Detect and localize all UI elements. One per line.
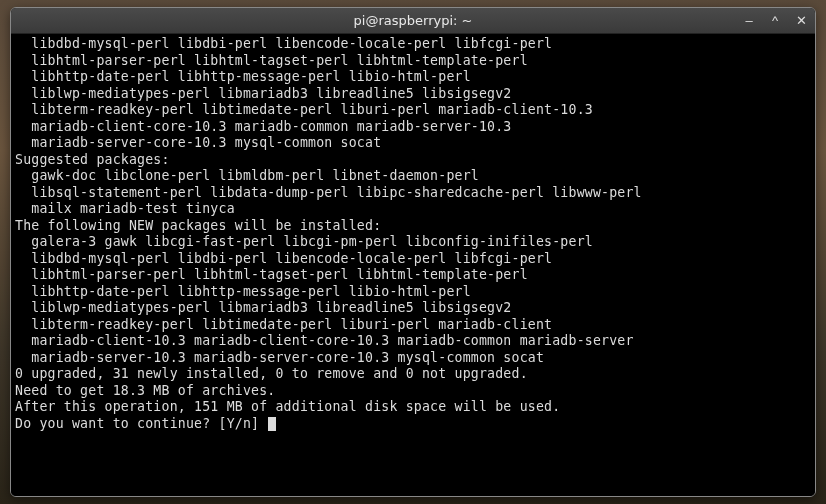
terminal-line: libterm-readkey-perl libtimedate-perl li… <box>15 317 811 334</box>
terminal-line: libhttp-date-perl libhttp-message-perl l… <box>15 69 811 86</box>
terminal-line: libhtml-parser-perl libhtml-tagset-perl … <box>15 267 811 284</box>
terminal-line: libhtml-parser-perl libhtml-tagset-perl … <box>15 53 811 70</box>
terminal-line: mariadb-server-core-10.3 mysql-common so… <box>15 135 811 152</box>
terminal-line: Need to get 18.3 MB of archives. <box>15 383 811 400</box>
terminal-line: Suggested packages: <box>15 152 811 169</box>
terminal-output[interactable]: libdbd-mysql-perl libdbi-perl libencode-… <box>11 34 815 496</box>
terminal-line: mariadb-client-10.3 mariadb-client-core-… <box>15 333 811 350</box>
terminal-line: libterm-readkey-perl libtimedate-perl li… <box>15 102 811 119</box>
titlebar[interactable]: pi@raspberrypi: ~ – ^ ✕ <box>11 8 815 34</box>
terminal-line: mariadb-client-core-10.3 mariadb-common … <box>15 119 811 136</box>
terminal-line: After this operation, 151 MB of addition… <box>15 399 811 416</box>
close-button[interactable]: ✕ <box>793 14 809 27</box>
terminal-cursor <box>268 417 276 431</box>
terminal-line: mailx mariadb-test tinyca <box>15 201 811 218</box>
maximize-button[interactable]: ^ <box>767 14 783 27</box>
minimize-button[interactable]: – <box>741 14 757 27</box>
terminal-line: liblwp-mediatypes-perl libmariadb3 libre… <box>15 300 811 317</box>
terminal-line: libhttp-date-perl libhttp-message-perl l… <box>15 284 811 301</box>
terminal-window: pi@raspberrypi: ~ – ^ ✕ libdbd-mysql-per… <box>10 7 816 497</box>
terminal-prompt-text: Do you want to continue? [Y/n] <box>15 416 267 431</box>
terminal-line: liblwp-mediatypes-perl libmariadb3 libre… <box>15 86 811 103</box>
terminal-line: galera-3 gawk libcgi-fast-perl libcgi-pm… <box>15 234 811 251</box>
terminal-line: libdbd-mysql-perl libdbi-perl libencode-… <box>15 251 811 268</box>
terminal-line: libsql-statement-perl libdata-dump-perl … <box>15 185 811 202</box>
terminal-line: The following NEW packages will be insta… <box>15 218 811 235</box>
window-title: pi@raspberrypi: ~ <box>354 13 473 28</box>
terminal-line: 0 upgraded, 31 newly installed, 0 to rem… <box>15 366 811 383</box>
terminal-prompt-line[interactable]: Do you want to continue? [Y/n] <box>15 416 811 433</box>
window-controls: – ^ ✕ <box>741 8 809 33</box>
terminal-line: mariadb-server-10.3 mariadb-server-core-… <box>15 350 811 367</box>
terminal-line: gawk-doc libclone-perl libmldbm-perl lib… <box>15 168 811 185</box>
terminal-line: libdbd-mysql-perl libdbi-perl libencode-… <box>15 36 811 53</box>
